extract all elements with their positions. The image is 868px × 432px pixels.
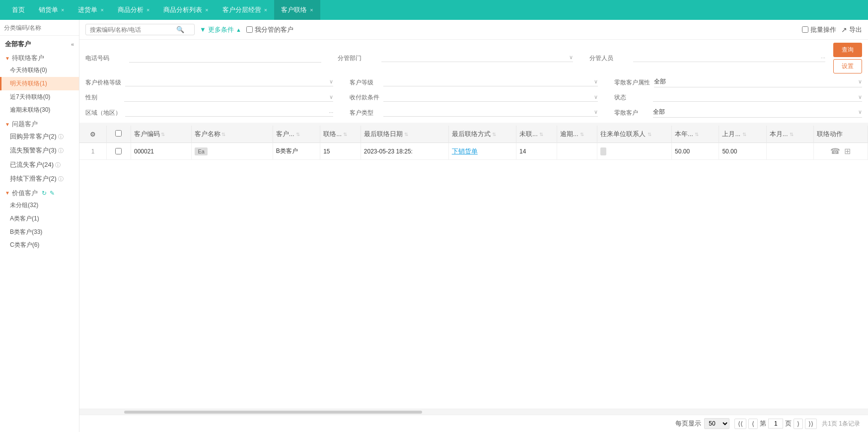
retail-customer-chevron-icon: ∨ (858, 109, 862, 115)
td-action: ☎ ⊞ (813, 143, 868, 160)
horizontal-scrollbar-area[interactable] (79, 409, 868, 415)
nav-product-analysis-list[interactable]: 商品分析列表 × (156, 0, 215, 20)
nav-sales-order[interactable]: 销货单 × (32, 0, 71, 20)
th-settings[interactable]: ⚙ (79, 126, 106, 143)
export-btn[interactable]: ↗ 导出 (841, 25, 862, 34)
td-last-contact-method[interactable]: 下销货单 (448, 143, 516, 160)
th-type: 客户... ⇅ (273, 126, 320, 143)
gender-select[interactable]: ∨ (124, 94, 333, 102)
unit-contact-masked (600, 147, 606, 155)
edit-value-icon[interactable]: ✎ (50, 190, 55, 197)
close-purchase-order-icon[interactable]: × (100, 7, 103, 13)
close-customer-contact-icon[interactable]: × (310, 7, 313, 13)
sidebar-search-area[interactable]: 🔍 (0, 20, 79, 36)
nav-customer-tier[interactable]: 客户分层经营 × (216, 0, 274, 20)
person-select[interactable]: ··· (633, 55, 825, 62)
td-last-contact-date: 2023-05-23 18:25: (361, 143, 448, 160)
area-more-icon: ··· (329, 109, 333, 115)
td-unit-contact (597, 143, 672, 160)
area-select[interactable]: ··· (125, 109, 333, 117)
value-level-select[interactable]: ∨ (125, 78, 333, 86)
status-label: 状态 (614, 93, 649, 102)
sidebar-item-overdue-contact[interactable]: 逾期未联络(30) (0, 103, 79, 117)
customer-type-select[interactable]: ∨ (383, 109, 597, 117)
sidebar-search-input[interactable] (4, 24, 78, 31)
more-conditions-btn[interactable]: ▼ 更多条件 ▲ (200, 25, 241, 34)
th-last-contact-method: 最后联络方式 ⇅ (448, 126, 516, 143)
query-btn[interactable]: 查询 (833, 43, 862, 57)
batch-op-checkbox[interactable] (802, 26, 808, 33)
sidebar-item-tomorrow-pending[interactable]: 明天待联络(1) (0, 77, 79, 90)
sidebar-item-ungroup[interactable]: 未分组(32) (0, 199, 79, 212)
sidebar-item-repurchase-abnormal[interactable]: 回购异常客户(2) ⓘ (0, 130, 79, 144)
sidebar-item-today-pending[interactable]: 今天待联络(0) (0, 64, 79, 77)
row-checkbox[interactable] (115, 148, 122, 154)
sidebar-item-7day-pending[interactable]: 近7天待联络(0) (0, 90, 79, 104)
search-input[interactable] (90, 26, 174, 33)
retail-attr-select[interactable]: 全部 ∨ (654, 77, 862, 87)
area-label: 区域（地区） (85, 109, 121, 117)
action-grid-icon[interactable]: ⊞ (844, 146, 851, 156)
action-phone-icon[interactable]: ☎ (830, 146, 840, 156)
horizontal-scrollbar-thumb[interactable] (124, 411, 422, 414)
payment-select[interactable]: ∨ (383, 94, 597, 102)
value-group-label: ▼ 价值客户 ↻ ✎ (0, 186, 79, 199)
filter-icon: ▼ (200, 26, 206, 33)
sidebar-item-a-class[interactable]: A类客户(1) (0, 212, 79, 225)
th-checkbox[interactable] (106, 126, 131, 143)
status-select[interactable]: ∨ (653, 94, 862, 102)
set-btn[interactable]: 设置 (833, 59, 862, 73)
search-input-wrap[interactable]: 🔍 (85, 24, 195, 35)
nav-product-analysis[interactable]: 商品分析 × (111, 0, 156, 20)
sidebar-item-churned[interactable]: 已流失客户(24) ⓘ (0, 158, 79, 172)
page-next-btn[interactable]: ⟩ (794, 419, 803, 429)
search-icon[interactable]: 🔍 (176, 26, 184, 33)
sort-icon-contact: ⇅ (343, 132, 347, 137)
page-prev-btn[interactable]: ⟨ (748, 419, 758, 429)
nav-customer-contact[interactable]: 客户联络 × (274, 0, 320, 20)
sort-icon-lm: ⇅ (742, 132, 746, 137)
sidebar-item-c-class[interactable]: C类客户(6) (0, 238, 79, 252)
close-product-analysis-icon[interactable]: × (146, 7, 149, 13)
nav-home[interactable]: 首页 (5, 0, 32, 20)
td-checkbox[interactable] (106, 143, 131, 160)
nav-purchase-order[interactable]: 进货单 × (71, 0, 110, 20)
per-page-select[interactable]: 50 100 200 (704, 418, 729, 429)
my-customers-checkbox-input[interactable] (246, 26, 253, 33)
settings-icon[interactable]: ⚙ (90, 131, 96, 138)
th-name: 客户名称 ⇅ (192, 126, 273, 143)
close-customer-tier-icon[interactable]: × (264, 7, 267, 13)
sort-icon-type: ⇅ (296, 132, 300, 137)
last-contact-method-link[interactable]: 下销货单 (452, 147, 478, 155)
retail-customer-select[interactable]: 全部 ∨ (653, 108, 862, 118)
close-sales-order-icon[interactable]: × (61, 7, 64, 13)
dept-select[interactable]: ∨ (381, 54, 574, 62)
customer-level-select[interactable]: ∨ (383, 78, 597, 86)
sort-icon-nc: ⇅ (539, 132, 543, 137)
customer-type-chevron-icon: ∨ (594, 109, 598, 115)
customers-table: ⚙ 客户编码 ⇅ 客户名称 (79, 126, 868, 160)
sidebar-item-churn-warning[interactable]: 流失预警客户(3) ⓘ (0, 144, 79, 157)
sort-icon-name: ⇅ (221, 132, 225, 137)
phone-input[interactable] (129, 54, 321, 63)
search-bar: 🔍 ▼ 更多条件 ▲ 我分管的客户 批量操作 ↗ 导出 (79, 20, 868, 40)
sidebar-item-declining[interactable]: 持续下滑客户(2) ⓘ (0, 172, 79, 186)
page-last-btn[interactable]: ⟩⟩ (805, 419, 817, 429)
customer-name-masked: Ea (195, 147, 207, 155)
sort-icon-uc: ⇅ (648, 132, 651, 137)
top-navigation: 首页 销货单 × 进货单 × 商品分析 × 商品分析列表 × 客户分层经营 × … (0, 0, 868, 20)
th-action: 联络动作 (813, 126, 868, 143)
close-product-analysis-list-icon[interactable]: × (205, 7, 208, 13)
page-first-btn[interactable]: ⟨⟨ (734, 419, 746, 429)
triangle-icon-3: ▼ (5, 190, 10, 196)
my-customers-checkbox[interactable]: 我分管的客户 (246, 25, 293, 34)
search-bar-right: 批量操作 ↗ 导出 (802, 25, 862, 34)
page-number-input[interactable] (768, 419, 783, 429)
refresh-icon[interactable]: ↻ (42, 190, 47, 197)
batch-op-btn[interactable]: 批量操作 (802, 25, 836, 34)
sidebar-item-b-class[interactable]: B类客户(33) (0, 225, 79, 239)
th-unit-contact: 往来单位联系人 ⇅ (597, 126, 672, 143)
all-customers-header[interactable]: 全部客户 « (0, 36, 79, 51)
dept-chevron-icon: ∨ (569, 54, 573, 61)
select-all-checkbox[interactable] (115, 130, 122, 137)
